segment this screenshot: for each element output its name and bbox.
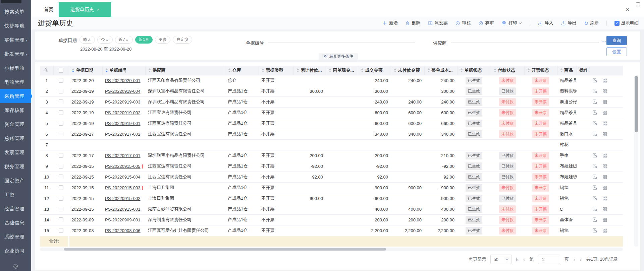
sort-icons[interactable] [494, 68, 496, 72]
vertical-scrollbar-thumb[interactable] [635, 76, 638, 132]
more-actions-icon[interactable] [603, 218, 607, 222]
column-header-仓库[interactable]: 仓库 [225, 66, 259, 75]
row-checkbox[interactable] [59, 78, 63, 83]
sidebar-item-工资[interactable]: 工资 [0, 188, 31, 202]
tab-purchase-history[interactable]: 进货单历史 × [59, 2, 111, 17]
linked-docs-icon[interactable] [592, 163, 597, 169]
sort-asc-icon[interactable] [560, 68, 563, 70]
add-invoice-button[interactable]: 添发票 [428, 20, 447, 26]
show-detail-toggle[interactable]: ✓ 显示明细 [614, 20, 639, 26]
sidebar-item-库存核算[interactable]: 库存核算 [0, 103, 31, 117]
sidebar-item-发票管理[interactable]: 发票管理 [0, 145, 31, 159]
order-code-link[interactable]: PS-20220915-001 [105, 207, 141, 212]
sort-asc-icon[interactable] [72, 68, 74, 70]
settings-button[interactable]: 设置 [606, 47, 627, 56]
column-header-操作[interactable]: 操作 [577, 66, 623, 75]
next-page-button[interactable]: › [573, 257, 575, 262]
checked-checkbox-icon[interactable]: ✓ [614, 21, 620, 26]
sidebar-item-零售管理[interactable]: 零售管理▾ [0, 33, 31, 47]
more-actions-icon[interactable] [603, 78, 607, 83]
horizontal-scrollbar-thumb[interactable] [64, 248, 386, 251]
order-code-link[interactable]: PS-20220915-003 [105, 185, 141, 190]
column-header-单据日期[interactable]: 单据日期 [69, 66, 102, 75]
sort-desc-icon[interactable] [560, 71, 563, 72]
page-size-select[interactable]: 50 [490, 255, 512, 264]
column-header-商品[interactable]: 商品 [557, 66, 577, 75]
order-code-link[interactable]: PS-20220915-005 [105, 164, 141, 169]
row-checkbox[interactable] [59, 196, 63, 201]
sort-icons[interactable] [361, 68, 364, 72]
sidebar-item-搜索菜单[interactable]: 搜索菜单 [0, 5, 31, 19]
sidebar-item-基础信息[interactable]: 基础信息 [0, 216, 31, 230]
add-button[interactable]: 新增 [382, 20, 397, 26]
import-button[interactable]: 导入 [538, 20, 553, 26]
prev-page-button[interactable]: ‹ [523, 257, 525, 262]
order-code-link[interactable]: PS-20220909-001 [105, 217, 141, 222]
row-checkbox[interactable] [59, 121, 63, 126]
column-header-未付款金额[interactable]: 未付款金额 [391, 66, 424, 75]
sidebar-settings-gear-icon[interactable] [0, 264, 31, 271]
sort-icons[interactable] [427, 68, 430, 72]
row-checkbox[interactable] [59, 153, 63, 158]
supplier-input[interactable] [451, 34, 599, 43]
more-actions-icon[interactable] [603, 186, 607, 190]
sort-asc-icon[interactable] [527, 68, 530, 70]
refresh-button[interactable]: ↻ 刷新 [584, 20, 599, 26]
row-checkbox[interactable] [59, 185, 63, 190]
order-code-link[interactable]: PS-20220915-002 [105, 196, 141, 201]
sidebar-item-经营管理[interactable]: 经营管理 [0, 202, 31, 216]
more-actions-icon[interactable] [603, 207, 607, 211]
sort-desc-icon[interactable] [460, 71, 463, 72]
more-actions-icon[interactable] [603, 196, 607, 201]
order-code-link[interactable]: PS-20220920-001 [105, 78, 141, 83]
sort-desc-icon[interactable] [427, 71, 430, 72]
order-code-link[interactable]: PS-20220919-003 [105, 99, 141, 105]
column-header-付款状态[interactable]: 付款状态 [491, 66, 524, 75]
close-icon[interactable]: × [626, 7, 629, 12]
sort-icons[interactable] [329, 68, 331, 72]
sort-desc-icon[interactable] [228, 71, 231, 72]
row-checkbox[interactable] [59, 132, 63, 136]
export-button[interactable]: 导出 [561, 20, 576, 26]
more-actions-icon[interactable] [603, 100, 607, 104]
order-code-link[interactable]: PS-20220917-001 [105, 153, 141, 158]
order-no-input[interactable] [268, 34, 415, 43]
date-pill-更多[interactable]: 更多 [155, 36, 170, 44]
sort-asc-icon[interactable] [427, 68, 430, 70]
sidebar-item-资金管理[interactable]: 资金管理 [0, 117, 31, 131]
date-pill-昨天[interactable]: 昨天 [79, 36, 95, 44]
sort-asc-icon[interactable] [361, 68, 364, 70]
linked-docs-icon[interactable] [592, 121, 597, 126]
linked-docs-icon[interactable] [592, 228, 597, 233]
tab-home[interactable]: 首页 [37, 2, 60, 17]
select-all-checkbox[interactable] [53, 66, 69, 75]
order-code-link[interactable]: PS-20220919-001 [105, 121, 141, 126]
column-header-单据编号[interactable]: 单据编号 [102, 66, 145, 75]
sort-desc-icon[interactable] [297, 71, 299, 72]
sort-desc-icon[interactable] [527, 71, 530, 72]
column-header-票据类型[interactable]: 票据类型 [259, 66, 293, 75]
sort-icons[interactable] [105, 68, 108, 72]
sort-desc-icon[interactable] [494, 71, 496, 72]
linked-docs-icon[interactable] [592, 196, 597, 201]
sidebar-item-总账管理[interactable]: 总账管理 [0, 131, 31, 145]
sort-asc-icon[interactable] [394, 68, 396, 70]
sidebar-item-系统管理[interactable]: 系统管理 [0, 230, 31, 244]
linked-docs-icon[interactable] [592, 217, 597, 222]
sort-asc-icon[interactable] [329, 68, 331, 70]
checkbox-icon[interactable] [59, 68, 63, 73]
sidebar-item-企业协同[interactable]: 企业协同 [0, 244, 31, 258]
more-actions-icon[interactable] [603, 175, 607, 179]
order-code-link[interactable]: PS-20220917-002 [105, 132, 141, 137]
column-header-同单现金...[interactable]: 同单现金... [326, 66, 358, 75]
sort-asc-icon[interactable] [105, 68, 108, 70]
sort-icons[interactable] [228, 68, 231, 72]
sidebar-item-批发管理[interactable]: 批发管理▾ [0, 47, 31, 61]
query-button[interactable]: 查询 [606, 36, 627, 45]
print-button[interactable]: 打印 [501, 20, 522, 26]
sort-asc-icon[interactable] [228, 68, 231, 70]
column-header-供应商[interactable]: 供应商 [145, 66, 225, 75]
order-code-link[interactable]: PS-20220919-004 [105, 89, 141, 94]
sort-icons[interactable] [262, 68, 264, 72]
column-header-累计付款...[interactable]: 累计付款... [293, 66, 326, 75]
